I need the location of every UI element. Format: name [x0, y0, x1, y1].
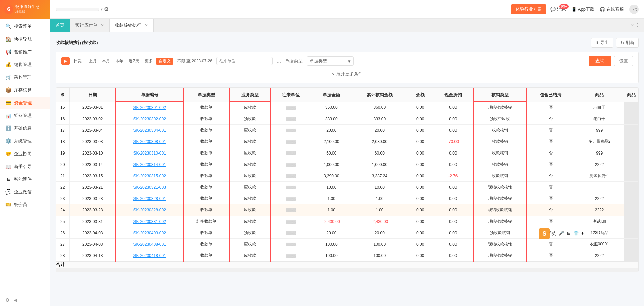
cell-biz-type: 预收款	[229, 227, 271, 239]
collapse-icon[interactable]: ◀	[14, 297, 17, 303]
filter-7days-btn[interactable]: 近7天	[127, 58, 141, 65]
cell-order-no[interactable]: SK-20230418-001	[116, 250, 183, 262]
cell-discount: 0.00	[433, 182, 474, 193]
cell-goods: 2222	[575, 193, 624, 204]
message-button[interactable]: 💬 消息 99+	[550, 6, 566, 12]
cell-order-no[interactable]: SK-20230308-001	[116, 136, 183, 147]
settings-icon[interactable]: ⚙	[5, 297, 10, 303]
sidebar-item-quick-nav[interactable]: 🏠快捷导航	[0, 33, 50, 46]
cell-verified: 333.00	[352, 113, 408, 125]
table-scroll[interactable]: ⚙ 日期 单据编号 单据类型 业务类型 往来单位 单据金额 累计核销金额 余额 …	[56, 88, 638, 268]
sidebar-item-marketing[interactable]: 📢营销推广	[0, 46, 50, 58]
cell-include: 否	[526, 239, 575, 250]
industry-solution-button[interactable]: 体验行业方案	[511, 4, 546, 14]
sidebar-item-corp[interactable]: 🤝企业协同	[0, 147, 50, 160]
cell-date: 2023-04-08	[69, 239, 116, 250]
tab-close-all-icon[interactable]: ✕	[631, 23, 634, 28]
breadcrumb-input[interactable]	[56, 8, 99, 11]
table-row: 152023-03-01SK-20230301-002收款单应收款▓▓▓▓360…	[56, 102, 638, 113]
ops-icon: 📊	[5, 113, 11, 119]
sidebar-menu: 🔍搜索菜单 🏠快捷导航 📢营销推广 💰销售管理 🛒采购管理 📦库存核算 💳资金管…	[0, 19, 50, 294]
filter-query-button[interactable]: 查询	[589, 56, 611, 66]
cell-include: 否	[526, 125, 575, 136]
cell-order-no[interactable]: SK-20230328-001	[116, 193, 183, 204]
filter-date-buttons: 上月 本月 本年 近7天 更多 自定义	[87, 58, 173, 65]
filter-expand-more[interactable]: ∨ 展开更多条件	[61, 69, 633, 79]
filter-set-button[interactable]: 设置	[614, 56, 633, 66]
filter-more-btn[interactable]: 更多	[143, 58, 155, 65]
data-table: ⚙ 日期 单据编号 单据类型 业务类型 往来单位 单据金额 累计核销金额 余额 …	[56, 88, 638, 268]
sidebar-item-purchase[interactable]: 🛒采购管理	[0, 71, 50, 84]
export-button[interactable]: ⬆ 导出	[591, 38, 613, 48]
cell-order-no[interactable]: SK-20230310-001	[116, 147, 183, 159]
cell-no: 24	[56, 204, 69, 216]
app-download-button[interactable]: 📱 App下载	[571, 6, 594, 12]
gear-icon[interactable]: ⚙	[104, 6, 109, 12]
sidebar-item-sys[interactable]: ⚙️系统管理	[0, 135, 50, 147]
cell-order-no[interactable]: SK-20230408-001	[116, 239, 183, 250]
filter-this-month-btn[interactable]: 本月	[100, 58, 112, 65]
cell-goods-img	[624, 170, 639, 182]
chevron-down-icon: ∨	[332, 71, 335, 76]
cell-order-type: 红字收款单	[183, 216, 229, 227]
sidebar-item-stock[interactable]: 📦库存核算	[0, 84, 50, 97]
cell-discount: -70.00	[433, 136, 474, 147]
cell-order-type: 收款单	[183, 239, 229, 250]
cell-amount: 20.00	[311, 125, 352, 136]
horizontal-scrollbar[interactable]	[56, 268, 638, 272]
filter-unit-input[interactable]	[216, 57, 273, 65]
online-service-button[interactable]: 🎧 在线客服	[600, 6, 624, 12]
cell-verified: 3,387.24	[352, 170, 408, 182]
th-no: ⚙	[56, 88, 69, 102]
cell-amount: -2,430.00	[311, 216, 352, 227]
tab-shoukuan-close-icon[interactable]: ✕	[145, 23, 148, 28]
cell-order-no[interactable]: SK-20230315-002	[116, 170, 183, 182]
cell-order-no[interactable]: SK-20230328-002	[116, 204, 183, 216]
tab-home[interactable]: 首页	[50, 19, 70, 32]
cell-no: 26	[56, 227, 69, 239]
cell-order-no[interactable]: SK-20230301-002	[116, 102, 183, 113]
cell-no: 27	[56, 239, 69, 250]
filter-expand-arrow[interactable]: ▶	[61, 57, 70, 65]
sidebar-item-hardware[interactable]: 🖥智能硬件	[0, 173, 50, 186]
table-row: 202023-03-14SK-20230314-001收款单应收款▓▓▓▓1,0…	[56, 159, 638, 170]
sidebar-item-wechat[interactable]: 💬企业微信	[0, 186, 50, 198]
cell-no: 20	[56, 159, 69, 170]
cell-include: 否	[526, 250, 575, 262]
sidebar-item-ops[interactable]: 📊经营管理	[0, 109, 50, 122]
sidebar-item-finance[interactable]: 💳资金管理	[0, 97, 50, 109]
cell-date: 2023-03-01	[69, 102, 116, 113]
cell-order-no[interactable]: SK-20230331-002	[116, 216, 183, 227]
cell-amount: 100.00	[311, 250, 352, 262]
filter-this-year-btn[interactable]: 本年	[113, 58, 125, 65]
filter-type-select[interactable]: 单据类型 ▾	[307, 56, 354, 66]
cell-order-no[interactable]: SK-20230302-002	[116, 113, 183, 125]
filter-custom-btn[interactable]: 自定义	[156, 58, 173, 65]
cell-balance: 0.00	[408, 102, 433, 113]
content-area: 收款核销执行(按收款) ⬆ 导出 ↻ 刷新 ▶ 日期 上月 本月	[50, 32, 644, 306]
sidebar-item-search[interactable]: 🔍搜索菜单	[0, 20, 50, 33]
th-order-type: 单据类型	[183, 88, 229, 102]
cell-order-no[interactable]: SK-20230321-003	[116, 182, 183, 193]
sidebar-item-sales[interactable]: 💰销售管理	[0, 58, 50, 71]
cell-biz-type: 应收款	[229, 147, 271, 159]
cell-verified: 1.00	[352, 193, 408, 204]
tab-yingfudan-close-icon[interactable]: ✕	[101, 23, 104, 28]
sidebar-item-guide[interactable]: 📖新手引导	[0, 160, 50, 173]
filter-last-month-btn[interactable]: 上月	[87, 58, 99, 65]
cell-order-no[interactable]: SK-20230314-001	[116, 159, 183, 170]
cell-date: 2023-03-31	[69, 216, 116, 227]
cell-order-no[interactable]: SK-20230304-001	[116, 125, 183, 136]
avatar[interactable]: Rit	[629, 5, 639, 14]
cell-balance: 0.00	[408, 170, 433, 182]
refresh-button[interactable]: ↻ 刷新	[616, 38, 639, 48]
sidebar-item-basic[interactable]: ℹ️基础信息	[0, 122, 50, 135]
cell-order-no[interactable]: SK-20230403-002	[116, 227, 183, 239]
cell-verify-type: 现结收款核销	[474, 193, 527, 204]
sidebar-item-member[interactable]: 🎫畅会员	[0, 198, 50, 211]
tab-fullscreen-icon[interactable]: ⛶	[637, 23, 641, 28]
cell-verified: 10.00	[352, 182, 408, 193]
table-footer-row: 合计	[56, 261, 638, 268]
tab-shoukuan[interactable]: 收款核销执行 ✕	[110, 19, 154, 32]
tab-yingfudan[interactable]: 预计应付单 ✕	[70, 19, 110, 32]
